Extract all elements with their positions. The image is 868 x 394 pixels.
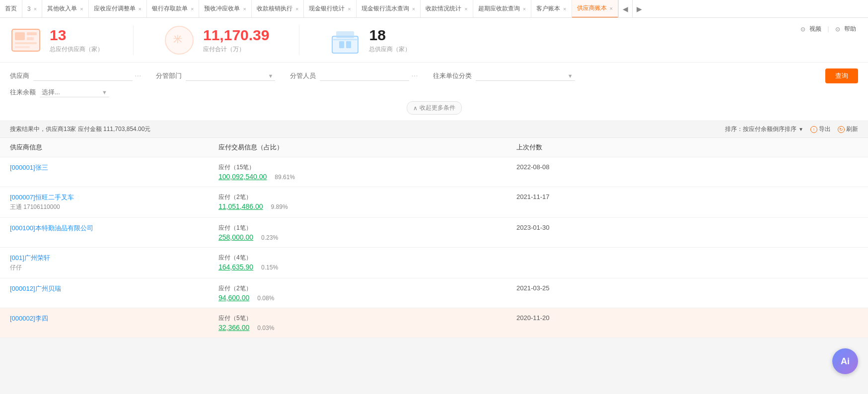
summary-divider-2: [299, 25, 299, 55]
help-label[interactable]: 帮助: [844, 25, 856, 33]
query-button[interactable]: 查询: [825, 68, 858, 83]
nav-tab-bank-close[interactable]: ×: [191, 6, 194, 12]
category-filter-label: 往来单位分类: [433, 71, 472, 80]
supplier-name-5: [000002]李四: [10, 314, 218, 323]
nav-tab-customer-ledger-label: 客户账本: [536, 4, 560, 13]
nav-tab-overdue-close[interactable]: ×: [523, 6, 526, 12]
trans-pct-2: 0.23%: [261, 234, 278, 241]
total-suppliers-icon: [329, 24, 361, 56]
trans-amount-2[interactable]: 258,000.00: [218, 233, 253, 241]
collapse-button[interactable]: ∧ 收起更多条件: [407, 101, 462, 115]
nav-tab-other-income-close[interactable]: ×: [80, 6, 83, 12]
nav-prev-arrow[interactable]: ◀: [618, 0, 632, 18]
svg-rect-8: [332, 36, 358, 53]
trans-amount-4[interactable]: 94,600.00: [218, 294, 249, 302]
nav-tab-advance-label: 预收冲应收单: [204, 4, 240, 13]
table-row: [000012]广州贝瑞 应付（2笔） 94,600.00 0.08% 2021…: [0, 278, 868, 308]
help-icon: ⊙: [835, 26, 840, 33]
nav-tab-other-income-label: 其他收入单: [47, 4, 77, 13]
dept-input[interactable]: [186, 71, 275, 81]
trans-label-1: 应付（2笔）: [218, 193, 516, 201]
supplier-link-4[interactable]: [000012]广州贝瑞: [10, 285, 61, 292]
sort-button[interactable]: 排序：按应付余额倒序排序 ▼: [725, 125, 803, 133]
payable-suppliers-number: 13: [50, 27, 103, 43]
nav-tab-other-income[interactable]: 其他收入单 ×: [42, 0, 88, 18]
col-header-transaction: 应付交易信息（占比）: [218, 143, 516, 152]
nav-tab-3[interactable]: 3 ×: [22, 0, 42, 18]
svg-rect-2: [27, 32, 37, 35]
nav-tab-3-close[interactable]: ×: [34, 6, 37, 12]
nav-tab-supplier-ledger[interactable]: 供应商账本 ×: [572, 0, 618, 18]
supplier-dots-button[interactable]: ···: [135, 71, 141, 80]
summary-text-total-suppliers: 18 总供应商（家）: [369, 27, 411, 54]
nav-tab-bank-label: 银行存取款单: [152, 4, 188, 13]
table-row: [001]广州荣轩 仔仔 应付（4笔） 164,635.90 0.15%: [0, 248, 868, 278]
nav-tab-advance-close[interactable]: ×: [243, 6, 246, 12]
nav-tab-payment-stats[interactable]: 收款情况统计 ×: [421, 0, 473, 18]
supplier-sub-1: 王通 17106110000: [10, 203, 218, 211]
nav-tab-home[interactable]: 首页: [0, 0, 22, 18]
svg-rect-1: [15, 32, 25, 40]
nav-tab-bank[interactable]: 银行存取款单 ×: [147, 0, 199, 18]
nav-tab-cash-stats[interactable]: 现金银行统计 ×: [304, 0, 356, 18]
nav-tab-payment-stats-close[interactable]: ×: [464, 6, 467, 12]
svg-text:米: 米: [173, 34, 182, 44]
supplier-link-3[interactable]: [001]广州荣轩: [10, 254, 50, 262]
col-header-lastpay: 上次付数: [516, 143, 858, 152]
person-input[interactable]: [320, 71, 409, 81]
nav-tab-adjust-close[interactable]: ×: [139, 6, 142, 12]
nav-tab-3-label: 3: [27, 5, 31, 12]
nav-tab-adjust[interactable]: 应收应付调整单 ×: [89, 0, 147, 18]
supplier-link-1[interactable]: [000007]恒旺二手叉车: [10, 194, 74, 201]
summary-block-payable-amount: 米 11,170.39 应付合计（万）: [163, 24, 269, 56]
lastpay-date-1: 2021-11-17: [516, 193, 550, 200]
refresh-button[interactable]: ↻ 刷新: [838, 125, 858, 133]
nav-tab-collection-close[interactable]: ×: [295, 6, 298, 12]
supplier-input[interactable]: [33, 71, 133, 81]
nav-tab-overdue[interactable]: 超期应收款查询 ×: [473, 0, 531, 18]
supplier-sub-3: 仔仔: [10, 263, 218, 272]
table-row: [000001]张三 应付（15笔） 100,092,540.00 89.61%…: [0, 157, 868, 187]
nav-tab-customer-ledger[interactable]: 客户账本 ×: [531, 0, 572, 18]
refresh-icon: ↻: [838, 126, 845, 133]
balance-input[interactable]: [40, 87, 109, 97]
nav-tab-cash-stats-close[interactable]: ×: [348, 6, 351, 12]
nav-tab-cash-flow[interactable]: 现金银行流水查询 ×: [357, 0, 421, 18]
supplier-link-5[interactable]: [000002]李四: [10, 315, 48, 322]
trans-info-5: 应付（5笔） 32,366.00 0.03%: [218, 314, 516, 331]
ai-assistant-button[interactable]: Ai: [832, 348, 858, 374]
summary-block-payable-suppliers: 13 总应付供应商（家）: [10, 24, 103, 56]
nav-tab-customer-ledger-close[interactable]: ×: [563, 6, 566, 12]
result-text: 搜索结果中，供应商13家 应付金额 111,703,854.00元: [10, 125, 150, 133]
person-dots-button[interactable]: ···: [411, 71, 418, 80]
transaction-cell-0: 应付（15笔） 100,092,540.00 89.61%: [218, 163, 516, 181]
lastpay-cell-1: 2021-11-17: [516, 193, 858, 200]
nav-tab-cash-flow-close[interactable]: ×: [412, 6, 415, 12]
trans-amount-0[interactable]: 100,092,540.00: [218, 173, 267, 181]
filter-item-category: 往来单位分类 ▼: [433, 71, 575, 81]
nav-tab-supplier-ledger-close[interactable]: ×: [610, 5, 613, 11]
trans-row-2: 258,000.00 0.23%: [218, 233, 516, 241]
result-actions: 排序：按应付余额倒序排序 ▼ ↑ 导出 ↻ 刷新: [725, 125, 858, 133]
transaction-cell-3: 应付（4笔） 164,635.90 0.15%: [218, 254, 516, 271]
trans-amount-1[interactable]: 11,051,486.00: [218, 202, 263, 210]
refresh-label: 刷新: [846, 125, 858, 133]
nav-next-arrow[interactable]: ▶: [632, 0, 646, 18]
svg-rect-5: [15, 46, 30, 48]
supplier-link-0[interactable]: [000001]张三: [10, 164, 48, 171]
nav-tab-advance[interactable]: 预收冲应收单 ×: [199, 0, 251, 18]
trans-label-3: 应付（4笔）: [218, 254, 516, 262]
trans-info-4: 应付（2笔） 94,600.00 0.08%: [218, 284, 516, 302]
supplier-cell-0: [000001]张三: [10, 163, 218, 172]
trans-amount-5[interactable]: 32,366.00: [218, 324, 249, 331]
trans-amount-3[interactable]: 164,635.90: [218, 263, 253, 271]
ai-label: Ai: [841, 356, 850, 367]
summary-text-payable-amount: 11,170.39 应付合计（万）: [203, 27, 269, 54]
supplier-link-2[interactable]: [000100]本特勤油品有限公司: [10, 224, 93, 232]
category-input[interactable]: [476, 71, 575, 81]
export-button[interactable]: ↑ 导出: [810, 125, 831, 133]
video-label[interactable]: 视频: [809, 25, 821, 33]
person-filter-label: 分管人员: [290, 71, 316, 80]
nav-tab-collection[interactable]: 收款核销执行 ×: [252, 0, 304, 18]
transaction-cell-4: 应付（2笔） 94,600.00 0.08%: [218, 284, 516, 302]
